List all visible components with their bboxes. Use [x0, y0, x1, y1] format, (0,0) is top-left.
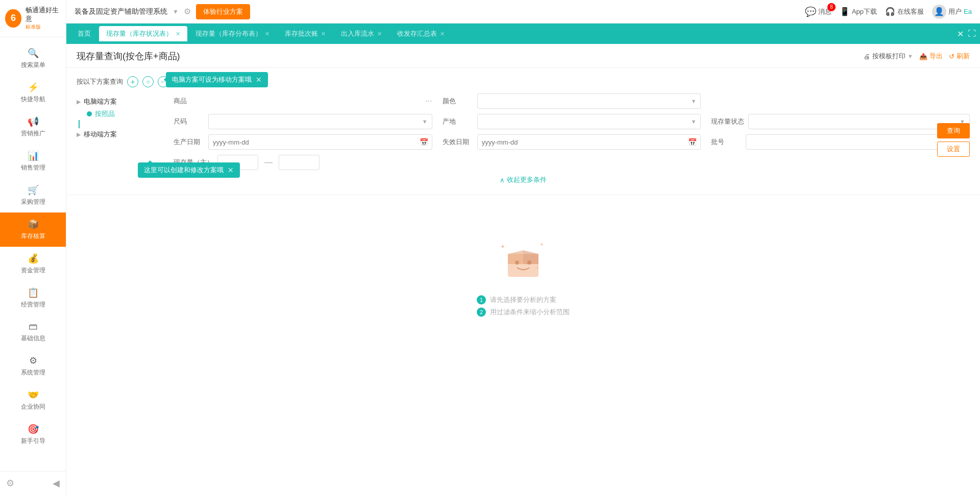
- origin-select[interactable]: ▼: [477, 114, 701, 129]
- filter-row-4: 现存量（主） —: [174, 155, 970, 170]
- tree-active-dot: [87, 111, 92, 116]
- reset-button[interactable]: 设置: [937, 142, 970, 157]
- sidebar-item-guide-label: 新手引导: [21, 437, 45, 445]
- mfg-date-label: 生产日期: [174, 137, 204, 147]
- svg-point-3: [515, 261, 519, 265]
- origin-label: 产地: [443, 117, 473, 126]
- step-1-text: 请先选择要分析的方案: [490, 295, 556, 304]
- app-download-item[interactable]: 📱 App下载: [840, 7, 877, 16]
- tab-close-all-icon[interactable]: ✕: [957, 29, 964, 39]
- logo-text: 畅通通好生意: [26, 6, 61, 23]
- tab-batch-account-label: 库存批次账: [285, 29, 318, 38]
- color-select[interactable]: ▼: [477, 93, 701, 109]
- tab-home[interactable]: 首页: [70, 26, 98, 41]
- tab-summary[interactable]: 收发存汇总表 ✕: [390, 26, 452, 41]
- settings-gear-icon[interactable]: ⚙: [184, 7, 191, 16]
- sidebar-item-marketing-label: 营销推广: [21, 129, 45, 138]
- sidebar-item-system[interactable]: ⚙ 系统管理: [0, 349, 66, 383]
- scheme-tooltip-close[interactable]: ✕: [256, 76, 262, 84]
- tab-close-in-out-flow[interactable]: ✕: [377, 31, 382, 37]
- refresh-btn[interactable]: ↺ 刷新: [949, 52, 970, 61]
- settings-icon[interactable]: ⚙: [6, 478, 14, 489]
- search-button[interactable]: 查询: [937, 123, 970, 138]
- exp-date-calendar-icon[interactable]: 📅: [688, 138, 697, 146]
- tab-inventory-dist[interactable]: 现存量（库存分布表） ✕: [188, 26, 277, 41]
- tab-bar: 首页 现存量（库存状况表） ✕ 现存量（库存分布表） ✕ 库存批次账 ✕ 出入库…: [66, 23, 980, 44]
- user-label: 用户: [948, 7, 962, 16]
- tab-close-summary[interactable]: ✕: [440, 31, 445, 37]
- mfg-date-calendar-icon[interactable]: 📅: [420, 138, 428, 146]
- mfg-date-input[interactable]: [208, 134, 432, 150]
- pc-scheme-child[interactable]: 按照品: [77, 108, 163, 120]
- refresh-label: 刷新: [957, 52, 970, 61]
- tab-close-inventory-status[interactable]: ✕: [176, 31, 180, 37]
- stock-qty-max[interactable]: [279, 155, 320, 170]
- filter-exp-date: 失效日期 📅: [443, 134, 701, 150]
- search-nav-icon: 🔍: [28, 48, 39, 59]
- exp-date-label: 失效日期: [443, 137, 473, 147]
- step-2-text: 用过滤条件来缩小分析范围: [490, 308, 570, 317]
- sidebar-item-quick[interactable]: ⚡ 快捷导航: [0, 76, 66, 110]
- scheme-tooltip: 电脑方案可设为移动方案哦 ✕: [166, 72, 268, 87]
- sidebar-item-finance[interactable]: 💰 资金管理: [0, 247, 66, 281]
- sidebar-item-search-label: 搜索菜单: [21, 61, 45, 69]
- sidebar-item-search[interactable]: 🔍 搜索菜单: [0, 41, 66, 76]
- filter-add-btn[interactable]: +: [127, 76, 138, 87]
- sidebar-item-inventory[interactable]: 📦 库存核算: [0, 213, 66, 247]
- exp-date-wrapper: 📅: [477, 134, 701, 150]
- pc-scheme-item[interactable]: ▶ 电脑端方案: [77, 96, 163, 108]
- online-service-item[interactable]: 🎧 在线客服: [885, 7, 924, 16]
- sidebar-item-basic[interactable]: 🗃 基础信息: [0, 315, 66, 349]
- sidebar-item-marketing[interactable]: 📢 营销推广: [0, 110, 66, 144]
- print-icon: 🖨: [864, 53, 870, 60]
- print-btn[interactable]: 🖨 按模板打印 ▼: [864, 52, 913, 61]
- sidebar-logo: 6 畅通通好生意 标准版: [0, 0, 66, 37]
- tab-close-batch-account[interactable]: ✕: [321, 31, 326, 37]
- size-select[interactable]: ▼: [208, 114, 432, 129]
- tab-inventory-status[interactable]: 现存量（库存状况表） ✕: [99, 26, 187, 41]
- stock-status-select[interactable]: ▼: [748, 114, 970, 129]
- purchase-nav-icon: 🛒: [28, 184, 39, 196]
- filter-circle-btn[interactable]: ○: [142, 76, 154, 87]
- header-icons: 💬 8 消息 📱 App下载 🎧 在线客服 👤 用户 Ea: [805, 5, 972, 19]
- sidebar-item-enterprise[interactable]: 🤝 企业协同: [0, 383, 66, 417]
- sales-nav-icon: 📊: [28, 150, 39, 161]
- tab-batch-account[interactable]: 库存批次账 ✕: [278, 26, 333, 41]
- mobile-scheme-arrow: ▶: [77, 131, 81, 138]
- chevron-down-icon[interactable]: ▼: [173, 8, 179, 15]
- industry-btn[interactable]: 体验行业方案: [196, 4, 250, 19]
- main-area: 装备及固定资产辅助管理系统 ▼ ⚙ 体验行业方案 💬 8 消息 📱 App下载 …: [66, 0, 980, 495]
- size-label: 尺码: [174, 117, 204, 126]
- top-header: 装备及固定资产辅助管理系统 ▼ ⚙ 体验行业方案 💬 8 消息 📱 App下载 …: [66, 0, 980, 23]
- export-btn[interactable]: 📤 导出: [919, 52, 943, 61]
- phone-icon: 📱: [840, 7, 850, 16]
- mobile-scheme-item[interactable]: ▶ 移动端方案: [77, 128, 163, 140]
- filter-size: 尺码 ▼: [174, 114, 432, 129]
- filter-origin: 产地 ▼: [443, 114, 701, 129]
- goods-dots[interactable]: ···: [425, 97, 432, 106]
- sidebar-item-sales-label: 销售管理: [21, 163, 45, 172]
- tab-maximize-icon[interactable]: ⛶: [968, 29, 976, 38]
- svg-text:✦: ✦: [536, 266, 540, 270]
- filter-goods: 商品 ···: [174, 93, 432, 109]
- notification-item[interactable]: 💬 8 消息: [805, 6, 831, 17]
- tab-in-out-flow[interactable]: 出入库流水 ✕: [334, 26, 389, 41]
- batch-input[interactable]: [746, 134, 970, 150]
- empty-illustration: ✦ ✦ ✦: [498, 236, 549, 282]
- tab-in-out-flow-label: 出入库流水: [341, 29, 374, 38]
- exp-date-input[interactable]: [477, 134, 701, 150]
- filter-color: 颜色 ▼: [443, 93, 701, 109]
- collapse-arrow-icon: ∧: [500, 176, 505, 184]
- sidebar-item-quick-label: 快捷导航: [21, 95, 45, 104]
- collapse-btn[interactable]: ∧ 收起更多条件: [500, 175, 547, 184]
- refresh-icon: ↺: [949, 53, 954, 60]
- tab-close-inventory-dist[interactable]: ✕: [265, 31, 270, 37]
- edit-tooltip-close[interactable]: ✕: [228, 166, 234, 174]
- logo-icon: 6: [5, 9, 21, 28]
- sidebar-item-operations[interactable]: 📋 经营管理: [0, 281, 66, 315]
- sidebar-item-sales[interactable]: 📊 销售管理: [0, 144, 66, 178]
- collapse-sidebar-icon[interactable]: ◀: [53, 478, 60, 489]
- sidebar-item-guide[interactable]: 🎯 新手引导: [0, 417, 66, 452]
- user-item[interactable]: 👤 用户 Ea: [932, 5, 972, 19]
- sidebar-item-purchase[interactable]: 🛒 采购管理: [0, 178, 66, 213]
